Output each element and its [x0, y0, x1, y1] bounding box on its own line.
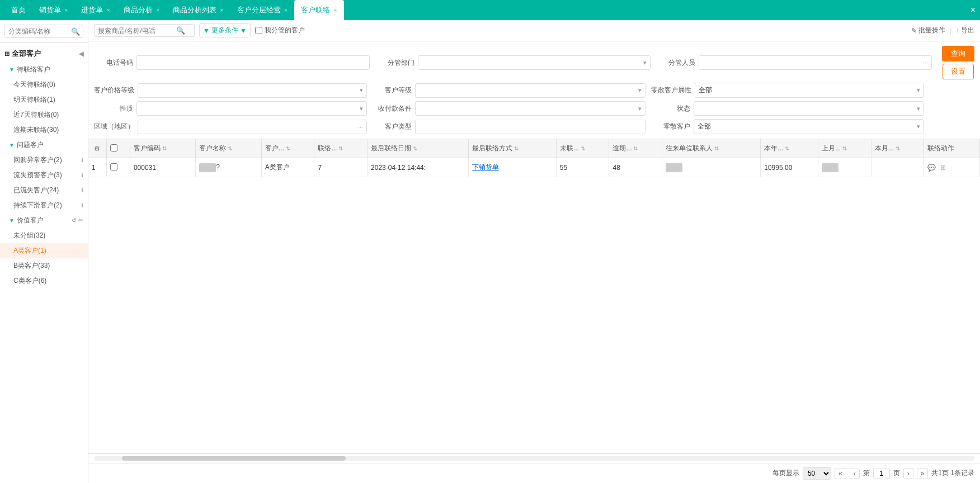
td-actions: 💬 ⊞: [924, 158, 980, 177]
sort-overdue[interactable]: ⇅: [633, 145, 638, 151]
sort-lastmonth[interactable]: ⇅: [842, 145, 847, 151]
filter-retail-attr-select[interactable]: 全部 ▾: [695, 83, 924, 98]
close-customer-contact[interactable]: ×: [333, 7, 337, 13]
row-checkbox[interactable]: [110, 163, 117, 171]
select-all-checkbox[interactable]: [110, 144, 117, 151]
sort-method[interactable]: ⇅: [514, 145, 519, 151]
close-all-tabs[interactable]: ×: [970, 5, 976, 15]
th-year-amount: 本年...⇅: [761, 139, 818, 158]
close-sales-order[interactable]: ×: [64, 7, 68, 13]
sidebar-item-declining[interactable]: 持续下滑客户(2) ℹ: [0, 198, 88, 213]
close-purchase-order[interactable]: ×: [106, 7, 110, 13]
first-page-btn[interactable]: «: [835, 468, 846, 479]
filter-dept-select[interactable]: ▾: [418, 55, 651, 70]
th-last-method: 最后联络方式⇅: [469, 139, 557, 158]
filter-retail-customer-label: 零散客户: [651, 122, 690, 131]
sort-code[interactable]: ⇅: [162, 145, 167, 151]
my-customers-checkbox-label[interactable]: 我分管的客户: [255, 26, 305, 35]
sidebar-item-tomorrow-pending[interactable]: 明天待联络(1): [0, 92, 88, 107]
value-group-icons[interactable]: ↺ ✏: [72, 217, 83, 224]
search-input[interactable]: [98, 27, 176, 35]
sidebar-item-today-pending[interactable]: 今天待联络(0): [0, 77, 88, 92]
next-page-btn[interactable]: ›: [903, 468, 913, 479]
close-product-analysis-list[interactable]: ×: [220, 7, 223, 13]
last-page-btn[interactable]: »: [917, 468, 929, 479]
filter-payment-select[interactable]: ▾: [415, 101, 646, 116]
sort-type[interactable]: ⇅: [286, 145, 290, 151]
sidebar-group-problem[interactable]: ▼ 问题客户: [0, 138, 88, 153]
scrollbar-thumb[interactable]: [122, 456, 346, 461]
sidebar-item-week-pending[interactable]: 近7天待联络(0): [0, 107, 88, 122]
sidebar-group-value[interactable]: ▼ 价值客户 ↺ ✏: [0, 213, 88, 228]
close-customer-tier[interactable]: ×: [284, 7, 288, 13]
filter-customer-level-select[interactable]: ▾: [415, 83, 646, 98]
sidebar-search-icon[interactable]: 🔍: [71, 27, 80, 36]
customer-table: ⚙ 客户编码⇅ 客户名称⇅ 客户...⇅ 联络...⇅ 最后联络日期⇅ 最后联络…: [88, 139, 980, 177]
export-btn[interactable]: ↑ 导出: [956, 26, 974, 35]
sidebar-item-overdue-pending[interactable]: 逾期未联络(30): [0, 122, 88, 138]
th-checkbox[interactable]: [106, 139, 130, 158]
filter-nature-select[interactable]: ▾: [136, 101, 367, 116]
nav-home[interactable]: 首页: [4, 0, 32, 20]
filter-retail-customer-select[interactable]: 全部 ▾: [694, 119, 924, 134]
qr-icon-btn[interactable]: ⊞: [940, 164, 946, 172]
sort-unit[interactable]: ⇅: [714, 145, 719, 151]
filter-customer-level: 客户等级 ▾: [373, 83, 646, 98]
td-type: A类客户: [261, 158, 314, 177]
filter-status-label: 状态: [651, 104, 690, 113]
filter-customer-type-input[interactable]: [415, 120, 646, 134]
per-page-select[interactable]: 50 100 200: [803, 467, 831, 480]
filter-manager-input[interactable]: ···: [699, 55, 932, 70]
table-header-row: ⚙ 客户编码⇅ 客户名称⇅ 客户...⇅ 联络...⇅ 最后联络日期⇅ 最后联络…: [88, 139, 980, 158]
page-label: 第: [863, 468, 870, 478]
filter-icon: ▼: [203, 27, 210, 35]
sidebar-group-pending[interactable]: ▼ 待联络客户: [0, 62, 88, 77]
filter-phone-input[interactable]: [136, 55, 370, 70]
sidebar-collapse-btn[interactable]: ◀: [79, 50, 83, 58]
sidebar-all-customers[interactable]: ⊞ 全部客户 ◀: [0, 45, 88, 62]
td-checkbox[interactable]: [106, 158, 130, 177]
sort-date[interactable]: ⇅: [413, 145, 417, 151]
scrollbar-track[interactable]: [94, 456, 974, 461]
td-name[interactable]: ?: [196, 158, 261, 177]
filter-price-level-select[interactable]: ▾: [138, 83, 367, 98]
sort-uncontacted[interactable]: ⇅: [581, 145, 585, 151]
sidebar-item-churn-warning[interactable]: 流失预警客户(3) ℹ: [0, 168, 88, 183]
close-product-analysis[interactable]: ×: [156, 7, 159, 13]
sort-name[interactable]: ⇅: [228, 145, 232, 151]
sidebar-item-class-b[interactable]: B类客户(33): [0, 258, 88, 273]
nav-product-analysis-list[interactable]: 商品分析列表 ×: [166, 0, 230, 20]
chat-icon-btn[interactable]: 💬: [927, 164, 936, 172]
filter-region-input[interactable]: ···: [138, 120, 367, 134]
th-settings[interactable]: ⚙: [88, 139, 106, 158]
sidebar-item-repurchase-abnormal[interactable]: 回购异常客户(2) ℹ: [0, 153, 88, 168]
filter-status-select[interactable]: ▾: [694, 101, 924, 116]
nav-customer-tier[interactable]: 客户分层经营 ×: [230, 0, 294, 20]
nav-product-analysis[interactable]: 商品分析 ×: [117, 0, 166, 20]
my-customers-checkbox[interactable]: [255, 27, 262, 34]
batch-op-btn[interactable]: ✎ 批量操作: [911, 26, 945, 35]
th-name: 客户名称⇅: [196, 139, 261, 158]
table-container: ⚙ 客户编码⇅ 客户名称⇅ 客户...⇅ 联络...⇅ 最后联络日期⇅ 最后联络…: [88, 139, 980, 453]
th-current-month: 本月...⇅: [871, 139, 924, 158]
info-icon-repurchase: ℹ: [81, 157, 83, 164]
sidebar-item-class-c[interactable]: C类客户(6): [0, 273, 88, 288]
td-last-method[interactable]: 下销货单: [469, 158, 557, 177]
page-input[interactable]: [873, 468, 890, 479]
sidebar-item-churned[interactable]: 已流失客户(24) ℹ: [0, 183, 88, 198]
toolbar-search-icon[interactable]: 🔍: [176, 26, 185, 35]
filter-btn[interactable]: ▼ 更多条件 ▼: [199, 23, 251, 37]
sidebar-item-class-a[interactable]: A类客户(1): [0, 243, 88, 258]
sort-year[interactable]: ⇅: [785, 145, 789, 151]
td-year-amount: 10995.00: [761, 158, 818, 177]
sort-month[interactable]: ⇅: [896, 145, 900, 151]
prev-page-btn[interactable]: ‹: [850, 468, 860, 479]
query-button[interactable]: 查询: [942, 46, 974, 61]
settings-button[interactable]: 设置: [943, 64, 974, 79]
sidebar-item-ungrouped[interactable]: 未分组(32): [0, 228, 88, 243]
nav-purchase-order[interactable]: 进货单 ×: [74, 0, 116, 20]
last-method-link[interactable]: 下销货单: [472, 163, 499, 171]
sort-contact[interactable]: ⇅: [338, 145, 343, 151]
nav-customer-contact[interactable]: 客户联络 ×: [294, 0, 343, 20]
nav-sales-order[interactable]: 销货单 ×: [32, 0, 74, 20]
